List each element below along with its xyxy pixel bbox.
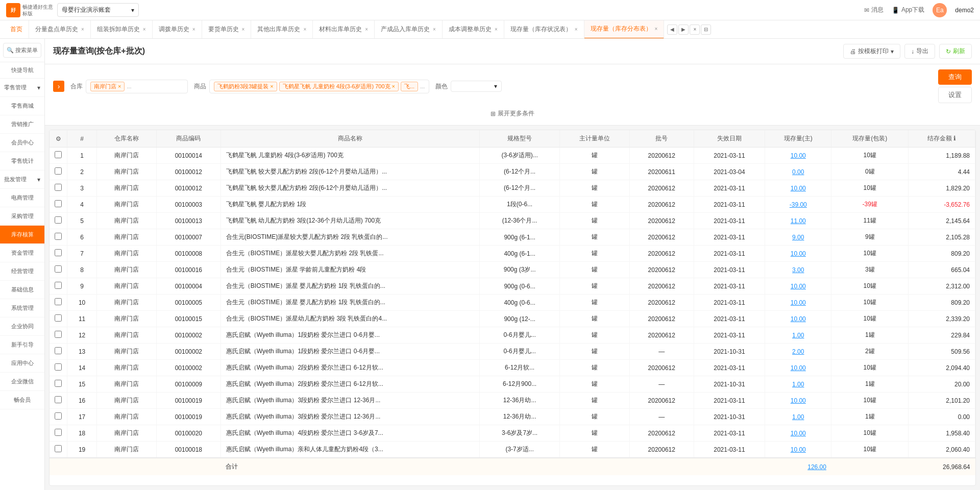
close-icon[interactable]: × <box>495 27 498 32</box>
row-checkbox[interactable] <box>55 216 62 224</box>
tab-tiao-bo[interactable]: 调拨单历史 × <box>153 20 202 39</box>
row-checkbox[interactable] <box>55 265 62 273</box>
tab-scroll-right[interactable]: ▶ <box>678 24 689 35</box>
row-checkbox[interactable] <box>55 429 62 436</box>
row-checkbox[interactable] <box>55 380 62 387</box>
row-checkbox[interactable] <box>55 331 62 338</box>
tab-close-btn[interactable]: × <box>690 24 700 35</box>
product-filter-input[interactable]: 飞鹤奶粉3段3罐提装 × 飞鹤星飞帆 儿童奶粉 4段(3-6岁适用) 700克 … <box>209 80 429 93</box>
row-batch: 20200612 <box>629 197 694 213</box>
row-checkbox[interactable] <box>55 233 62 240</box>
tab-other-out[interactable]: 其他出库单历史 × <box>251 20 313 39</box>
sidebar-item-member[interactable]: 会员中心 <box>0 134 44 152</box>
row-balance: 2,060.40 <box>909 442 975 458</box>
row-index: 2 <box>67 164 97 180</box>
row-product-code: 00100008 <box>156 246 220 262</box>
sidebar-item-inventory[interactable]: 库存核算 <box>0 226 44 244</box>
expand-conditions-btn[interactable]: ⊞ 展开更多条件 <box>486 107 538 120</box>
quick-nav-btn[interactable]: 快捷导航 <box>0 62 44 79</box>
sidebar-item-enterprise[interactable]: 企业协同 <box>0 317 44 336</box>
user-initial: Ea <box>936 7 944 14</box>
tab-scroll-left[interactable]: ◀ <box>667 24 677 35</box>
sidebar-item-system[interactable]: 系统管理 <box>0 299 44 317</box>
refresh-btn[interactable]: ↻ 刷新 <box>939 44 972 59</box>
row-stock-pkg: 1罐 <box>831 409 909 425</box>
row-checkbox[interactable] <box>55 347 62 354</box>
sidebar-item-app-center[interactable]: 应用中心 <box>0 354 44 373</box>
row-check <box>50 164 67 180</box>
row-checkbox[interactable] <box>55 412 62 420</box>
close-icon[interactable]: × <box>143 27 146 32</box>
sidebar-item-operations[interactable]: 经营管理 <box>0 262 44 281</box>
row-index: 13 <box>67 344 97 360</box>
user-name[interactable]: demo2 <box>955 7 974 14</box>
tab-yao-huo[interactable]: 要货单历史 × <box>202 20 252 39</box>
sidebar-item-member-vip[interactable]: 畅会员 <box>0 391 44 409</box>
row-checkbox[interactable] <box>55 363 62 371</box>
sidebar-item-retail-mgmt[interactable]: 零售管理 ▾ <box>0 79 44 97</box>
close-icon[interactable]: × <box>365 27 368 32</box>
color-filter-input[interactable]: ▾ <box>451 81 502 92</box>
sidebar-item-ecommerce[interactable]: 电商管理 <box>0 189 44 207</box>
row-check <box>50 425 67 442</box>
print-btn[interactable]: 🖨 按模板打印 ▾ <box>843 44 900 59</box>
row-checkbox[interactable] <box>55 249 62 256</box>
row-checkbox[interactable] <box>55 282 62 289</box>
tab-zu-chai[interactable]: 组装拆卸单历史 × <box>91 20 153 39</box>
search-button[interactable]: 查询 <box>938 69 972 85</box>
close-icon[interactable]: × <box>575 27 578 32</box>
row-checkbox[interactable] <box>55 298 62 305</box>
sidebar-item-finance[interactable]: 资金管理 <box>0 244 44 262</box>
close-icon[interactable]: × <box>433 27 436 32</box>
tab-material-out[interactable]: 材料出库单历史 × <box>313 20 375 39</box>
sidebar-item-purchase[interactable]: 采购管理 <box>0 207 44 226</box>
close-icon[interactable]: × <box>242 27 245 32</box>
tab-fen-pan[interactable]: 分量盘点单历史 × <box>29 20 91 39</box>
tag-close-icon[interactable]: × <box>118 83 121 89</box>
close-icon[interactable]: × <box>192 27 195 32</box>
tab-product-in[interactable]: 产成品入库单历史 × <box>375 20 443 39</box>
row-batch: — <box>629 409 694 425</box>
tab-menu-btn[interactable]: ⊟ <box>701 24 711 35</box>
account-selector[interactable]: 母婴行业演示账套 ▾ <box>57 3 139 17</box>
sidebar-item-retail-shop[interactable]: 零售商城 <box>0 97 44 115</box>
close-icon[interactable]: × <box>303 27 306 32</box>
settings-button[interactable]: 设置 <box>938 87 972 103</box>
table-row: 10 南岸门店 00100005 合生元（BIOSTIME）派星 婴儿配方奶粉 … <box>50 295 975 311</box>
row-index: 9 <box>67 278 97 295</box>
row-unit: 罐 <box>559 425 629 442</box>
row-checkbox[interactable] <box>55 200 62 207</box>
tab-home[interactable]: 首页 <box>4 20 29 39</box>
sidebar-item-basics[interactable]: 基础信息 <box>0 281 44 299</box>
row-checkbox[interactable] <box>55 167 62 175</box>
row-checkbox[interactable] <box>55 396 62 403</box>
tab-stock-status[interactable]: 现存量（库存状况表） × <box>504 20 584 39</box>
tag-close-icon[interactable]: × <box>270 83 273 89</box>
row-checkbox[interactable] <box>55 314 62 322</box>
warehouse-filter-input[interactable]: 南岸门店 × ... <box>86 80 188 93</box>
row-stock-pkg: 2罐 <box>831 344 909 360</box>
row-checkbox[interactable] <box>55 151 62 158</box>
row-stock-pkg: 10罐 <box>831 425 909 442</box>
column-settings-icon[interactable]: ⚙ <box>50 130 67 148</box>
sidebar-item-guide[interactable]: 新手引导 <box>0 336 44 354</box>
tab-cost-adj[interactable]: 成本调整单历史 × <box>443 20 504 39</box>
app-download-btn[interactable]: 📱 App下载 <box>892 6 924 14</box>
sidebar-item-retail-stats[interactable]: 零售统计 <box>0 152 44 170</box>
sidebar-item-marketing[interactable]: 营销推广 <box>0 115 44 134</box>
row-checkbox[interactable] <box>55 184 62 191</box>
sidebar-item-wholesale[interactable]: 批发管理 ▾ <box>0 170 44 189</box>
tab-stock-dist[interactable]: 现存量（库存分布表） × <box>584 20 665 39</box>
expand-row-btn[interactable]: › <box>53 81 64 92</box>
export-btn[interactable]: ↓ 导出 <box>904 44 935 59</box>
search-menu-btn[interactable]: 🔍 搜索菜单 <box>3 43 41 58</box>
row-batch: 20200612 <box>629 425 694 442</box>
message-btn[interactable]: ✉ 消息 <box>864 6 884 14</box>
row-checkbox[interactable] <box>55 445 62 452</box>
close-icon[interactable]: × <box>655 26 658 32</box>
sidebar-item-enterprise-wechat[interactable]: 企业微信 <box>0 373 44 391</box>
close-icon[interactable]: × <box>81 27 84 32</box>
row-stock-main: 1.00 <box>765 376 831 393</box>
tag-close-icon[interactable]: × <box>392 83 395 89</box>
user-avatar[interactable]: Ea <box>933 3 947 17</box>
